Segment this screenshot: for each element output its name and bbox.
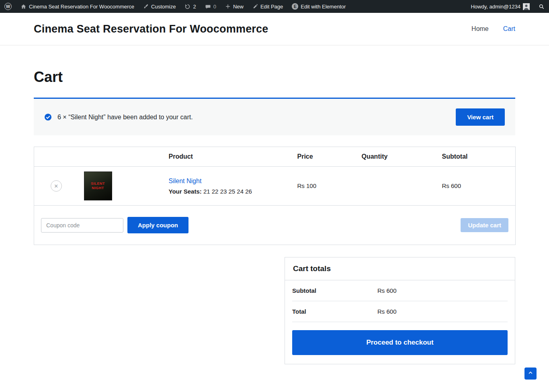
total-value: Rs 600	[377, 308, 397, 315]
adminbar-new[interactable]: New	[221, 0, 248, 13]
proceed-to-checkout-button[interactable]: Proceed to checkout	[292, 330, 508, 355]
adminbar-right: Howdy, admin@1234	[466, 0, 549, 13]
scroll-to-top-button[interactable]	[524, 368, 537, 380]
adminbar-customize[interactable]: Customize	[139, 0, 180, 13]
coupon-code-input[interactable]	[41, 218, 123, 233]
header-thumbnail	[78, 147, 169, 167]
notice-message: 6 × “Silent Night” have been added to yo…	[57, 114, 450, 121]
elementor-icon: E	[292, 3, 298, 10]
seats-values: 21 22 23 25 24 26	[203, 188, 252, 195]
product-name-link[interactable]: Silent Night	[169, 178, 202, 185]
cart-totals-panel: Cart totals Subtotal Rs 600 Total Rs 600…	[285, 257, 515, 364]
adminbar-my-account[interactable]: Howdy, admin@1234	[466, 0, 534, 13]
adminbar-edit-page[interactable]: Edit Page	[248, 0, 287, 13]
adminbar-howdy-label: Howdy, admin@1234	[471, 4, 520, 10]
cart-totals-title: Cart totals	[285, 257, 515, 280]
product-thumbnail[interactable]: SILENT NIGHT	[84, 172, 112, 200]
poster-title-text: SILENT NIGHT	[89, 182, 107, 190]
nav-link-home[interactable]: Home	[471, 25, 489, 33]
pencil-icon	[252, 4, 258, 9]
subtotal-label: Subtotal	[292, 287, 377, 294]
cart-table-header-row: Product Price Quantity Subtotal	[34, 147, 516, 167]
wordpress-logo-icon: W	[4, 3, 12, 10]
seats-line: Your Seats: 21 22 23 25 24 26	[169, 188, 297, 195]
subtotal-value: Rs 600	[377, 287, 397, 294]
avatar	[523, 3, 530, 10]
apply-coupon-button[interactable]: Apply coupon	[127, 217, 188, 233]
chevron-up-icon	[528, 370, 533, 377]
site-title[interactable]: Cinema Seat Reservation For Woocommerce	[34, 23, 268, 35]
item-price: Rs 100	[297, 182, 317, 189]
main-content: Cart 6 × “Silent Night” have been added …	[34, 69, 515, 364]
plus-icon	[225, 4, 231, 9]
adminbar-updates[interactable]: 2	[180, 0, 200, 13]
adminbar-site-name-label: Cinema Seat Reservation For Woocommerce	[29, 4, 134, 10]
adminbar-customize-label: Customize	[151, 4, 176, 10]
adminbar-comments-count: 0	[213, 4, 216, 10]
brush-icon	[143, 4, 149, 9]
remove-item-icon[interactable]: ✕	[51, 180, 62, 192]
page-title: Cart	[34, 69, 515, 86]
site-nav: Home Cart	[471, 25, 515, 33]
comments-icon	[205, 4, 211, 10]
item-quantity-cell	[362, 167, 442, 206]
total-label: Total	[292, 308, 377, 315]
adminbar-edit-page-label: Edit Page	[260, 4, 283, 10]
seats-label: Your Seats:	[169, 188, 202, 195]
total-row: Total Rs 600	[292, 301, 508, 322]
adminbar-edit-elementor[interactable]: E Edit with Elementor	[287, 0, 350, 13]
cart-table: Product Price Quantity Subtotal ✕ SILENT…	[34, 147, 516, 245]
adminbar-comments[interactable]: 0	[201, 0, 221, 13]
cart-actions-cell: Apply coupon Update cart	[34, 206, 516, 245]
update-cart-button[interactable]: Update cart	[461, 218, 508, 232]
adminbar-site-name[interactable]: Cinema Seat Reservation For Woocommerce	[16, 0, 139, 13]
header-product: Product	[169, 147, 297, 167]
adminbar-updates-count: 2	[193, 4, 196, 10]
wp-admin-bar: W Cinema Seat Reservation For Woocommerc…	[0, 0, 549, 13]
header-remove	[34, 147, 78, 167]
adminbar-elementor-label: Edit with Elementor	[301, 4, 346, 10]
subtotal-row: Subtotal Rs 600	[292, 280, 508, 301]
nav-link-cart[interactable]: Cart	[503, 25, 515, 33]
check-circle-icon	[44, 113, 52, 121]
site-header: Cinema Seat Reservation For Woocommerce …	[0, 13, 549, 45]
home-icon	[20, 4, 27, 10]
search-icon	[539, 4, 545, 10]
header-subtotal: Subtotal	[442, 147, 516, 167]
header-price: Price	[297, 147, 362, 167]
wp-logo-menu[interactable]: W	[0, 0, 16, 13]
cart-item-row: ✕ SILENT NIGHT Silent Night Your Seats: …	[34, 167, 516, 206]
updates-icon	[184, 4, 191, 10]
added-to-cart-notice: 6 × “Silent Night” have been added to yo…	[34, 98, 515, 135]
adminbar-search[interactable]	[534, 0, 549, 13]
header-quantity: Quantity	[362, 147, 442, 167]
adminbar-new-label: New	[233, 4, 244, 10]
view-cart-button[interactable]: View cart	[456, 108, 505, 126]
item-subtotal: Rs 600	[442, 182, 461, 189]
